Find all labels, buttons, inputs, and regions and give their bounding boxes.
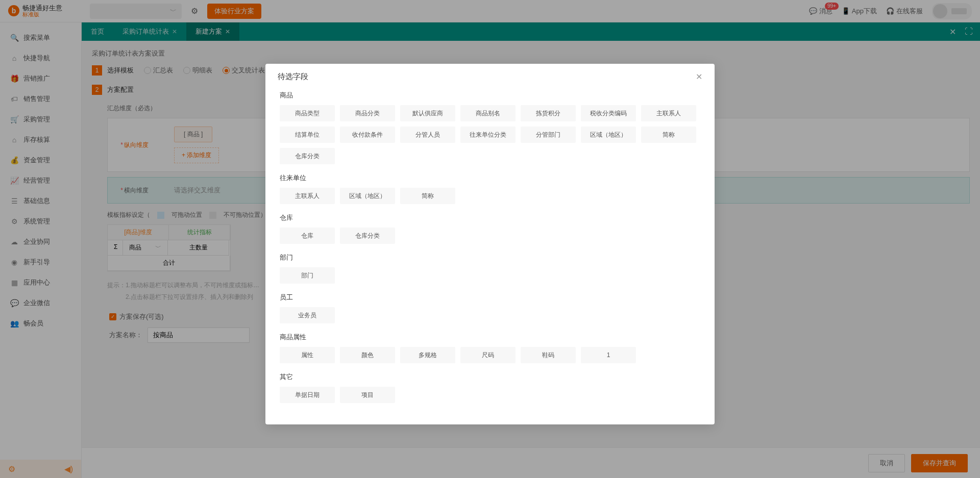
field-group-5: 商品属性属性颜色多规格尺码鞋码1	[280, 333, 700, 363]
field-chips: 仓库仓库分类	[280, 228, 700, 244]
field-chip[interactable]: 区域（地区）	[340, 188, 395, 204]
field-chip[interactable]: 1	[581, 347, 636, 363]
field-chip[interactable]: 部门	[280, 267, 335, 284]
field-chip[interactable]: 主联系人	[641, 105, 696, 121]
field-selector-modal: 待选字段 ✕ 商品商品类型商品分类默认供应商商品别名拣货积分税收分类编码主联系人…	[265, 64, 715, 424]
field-group-title: 商品属性	[280, 333, 700, 342]
field-group-title: 其它	[280, 372, 700, 382]
field-group-title: 仓库	[280, 213, 700, 222]
field-chips: 属性颜色多规格尺码鞋码1	[280, 347, 700, 363]
modal-close-button[interactable]: ✕	[696, 72, 702, 82]
field-group-0: 商品商品类型商品分类默认供应商商品别名拣货积分税收分类编码主联系人结算单位收付款…	[280, 91, 700, 164]
field-group-title: 部门	[280, 253, 700, 262]
field-chips: 业务员	[280, 307, 700, 323]
field-chip[interactable]: 颜色	[340, 347, 395, 363]
field-chip[interactable]: 商品类型	[280, 105, 335, 121]
field-chip[interactable]: 往来单位分类	[460, 127, 516, 143]
field-chip[interactable]: 简称	[400, 188, 455, 204]
field-chip[interactable]: 多规格	[400, 347, 455, 363]
field-chip[interactable]: 尺码	[460, 347, 516, 363]
field-group-4: 员工业务员	[280, 293, 700, 323]
modal-title: 待选字段	[278, 72, 308, 82]
field-chip[interactable]: 分管人员	[400, 127, 455, 143]
field-group-2: 仓库仓库仓库分类	[280, 213, 700, 244]
field-chip[interactable]: 收付款条件	[340, 127, 395, 143]
field-chip[interactable]: 仓库	[280, 228, 335, 244]
field-chip[interactable]: 税收分类编码	[581, 105, 636, 121]
field-chip[interactable]: 商品别名	[460, 105, 516, 121]
field-chip[interactable]: 仓库分类	[340, 228, 395, 244]
field-chip[interactable]: 项目	[340, 387, 395, 403]
field-group-1: 往来单位主联系人区域（地区）简称	[280, 173, 700, 204]
field-chip[interactable]: 简称	[641, 127, 696, 143]
field-group-3: 部门部门	[280, 253, 700, 284]
modal-body: 商品商品类型商品分类默认供应商商品别名拣货积分税收分类编码主联系人结算单位收付款…	[265, 89, 715, 424]
field-chip[interactable]: 业务员	[280, 307, 335, 323]
field-chip[interactable]: 属性	[280, 347, 335, 363]
field-group-title: 往来单位	[280, 173, 700, 183]
field-chip[interactable]: 分管部门	[521, 127, 576, 143]
field-chip[interactable]: 商品分类	[340, 105, 395, 121]
field-chips: 部门	[280, 267, 700, 284]
modal-header: 待选字段 ✕	[265, 64, 715, 89]
field-chip[interactable]: 主联系人	[280, 188, 335, 204]
field-chips: 单据日期项目	[280, 387, 700, 403]
field-chip[interactable]: 单据日期	[280, 387, 335, 403]
field-group-title: 商品	[280, 91, 700, 100]
field-chips: 主联系人区域（地区）简称	[280, 188, 700, 204]
field-chip[interactable]: 鞋码	[521, 347, 576, 363]
field-group-6: 其它单据日期项目	[280, 372, 700, 403]
field-chips: 商品类型商品分类默认供应商商品别名拣货积分税收分类编码主联系人结算单位收付款条件…	[280, 105, 700, 164]
field-chip[interactable]: 区域（地区）	[581, 127, 636, 143]
field-group-title: 员工	[280, 293, 700, 302]
field-chip[interactable]: 结算单位	[280, 127, 335, 143]
field-chip[interactable]: 默认供应商	[400, 105, 455, 121]
field-chip[interactable]: 拣货积分	[521, 105, 576, 121]
field-chip[interactable]: 仓库分类	[280, 148, 335, 164]
